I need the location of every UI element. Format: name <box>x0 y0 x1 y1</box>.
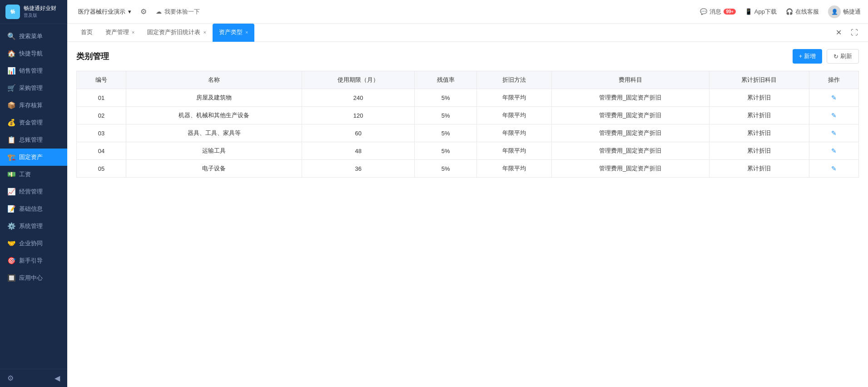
add-button[interactable]: + 新增 <box>793 49 822 64</box>
collapse-icon[interactable]: ◀ <box>55 374 60 382</box>
td-2: 60 <box>302 124 415 142</box>
td-link-5[interactable]: 管理费用_固定资产折旧 <box>551 142 709 160</box>
user-name: 畅捷通 <box>843 8 861 16</box>
nav-icon-guide: 🎯 <box>7 257 15 265</box>
edit-icon[interactable]: ✎ <box>831 165 837 172</box>
app-name: 畅捷通好业财 <box>24 5 56 12</box>
sidebar-item-operations[interactable]: 📈 经营管理 <box>0 183 67 200</box>
tab-close-asset-type[interactable]: × <box>245 30 248 35</box>
tab-close-depreciation-stats[interactable]: × <box>203 30 206 35</box>
nav-label-payroll: 工资 <box>19 170 31 179</box>
online-support-button[interactable]: 🎧 在线客服 <box>786 8 819 16</box>
edit-button[interactable]: ✎ <box>809 107 858 124</box>
tab-asset-type[interactable]: 资产类型× <box>213 24 254 42</box>
page-header: 类别管理 + 新增 ↻ 刷新 <box>76 49 859 64</box>
topbar-right: 💬 消息 99+ 📱 App下载 🎧 在线客服 👤 畅捷通 <box>700 5 861 18</box>
sidebar: 畅 畅捷通好业财 普及版 🔍 搜索菜单 🏠 快捷导航 📊 销售管理 🛒 采购管理… <box>0 0 67 387</box>
sidebar-item-purchase[interactable]: 🛒 采购管理 <box>0 79 67 97</box>
td-link-5[interactable]: 管理费用_固定资产折旧 <box>551 160 709 178</box>
td-link-6[interactable]: 累计折旧 <box>709 107 809 124</box>
app-download-label: App下载 <box>754 8 777 16</box>
edit-button[interactable]: ✎ <box>809 160 858 178</box>
th-残值率: 残值率 <box>415 71 477 89</box>
nav-icon-purchase: 🛒 <box>7 84 15 92</box>
page-title: 类别管理 <box>76 51 109 62</box>
edit-button[interactable]: ✎ <box>809 124 858 142</box>
td-link-5[interactable]: 管理费用_固定资产折旧 <box>551 89 709 107</box>
app-version: 普及版 <box>24 12 56 19</box>
edit-icon[interactable]: ✎ <box>831 129 837 137</box>
nav-icon-capital: 💰 <box>7 119 15 127</box>
nav-icon-ledger: 📋 <box>7 136 15 144</box>
td-link-6[interactable]: 累计折旧 <box>709 124 809 142</box>
td-2: 120 <box>302 107 415 124</box>
nav-icon-quick-nav: 🏠 <box>7 50 15 58</box>
chevron-down-icon: ▾ <box>128 8 131 15</box>
content-area: 类别管理 + 新增 ↻ 刷新 编号名称使用期限（月）残值率折旧方法费用科目累计折… <box>67 42 868 387</box>
td-link-1[interactable]: 机器、机械和其他生产设备 <box>126 107 302 124</box>
sidebar-item-app-center[interactable]: 🔲 应用中心 <box>0 269 67 287</box>
edit-icon[interactable]: ✎ <box>831 112 837 119</box>
td-link-1[interactable]: 运输工具 <box>126 142 302 160</box>
nav-label-purchase: 采购管理 <box>19 84 43 92</box>
sidebar-item-search[interactable]: 🔍 搜索菜单 <box>0 28 67 45</box>
sidebar-item-guide[interactable]: 🎯 新手引导 <box>0 252 67 269</box>
settings-icon[interactable]: ⚙ <box>7 374 14 382</box>
sidebar-item-basic-info[interactable]: 📝 基础信息 <box>0 200 67 218</box>
notification-button[interactable]: 💬 消息 99+ <box>700 8 735 16</box>
nav-icon-enterprise: 🤝 <box>7 239 15 248</box>
td-link-1[interactable]: 房屋及建筑物 <box>126 89 302 107</box>
nav-label-quick-nav: 快捷导航 <box>19 50 43 58</box>
table-row: 04运输工具485%年限平均管理费用_固定资产折旧累计折旧✎ <box>77 142 859 160</box>
refresh-button[interactable]: ↻ 刷新 <box>827 49 859 64</box>
td-link-1[interactable]: 器具、工具、家具等 <box>126 124 302 142</box>
td-0: 01 <box>77 89 126 107</box>
sidebar-item-payroll[interactable]: 💵 工资 <box>0 166 67 183</box>
td-link-6[interactable]: 累计折旧 <box>709 160 809 178</box>
refresh-label: 刷新 <box>840 52 852 60</box>
experience-label: 我要体验一下 <box>164 8 200 16</box>
experience-button[interactable]: ☁ 我要体验一下 <box>152 6 203 18</box>
th-使用期限（月）: 使用期限（月） <box>302 71 415 89</box>
close-tab-button[interactable]: ✕ <box>833 27 844 38</box>
sidebar-item-enterprise[interactable]: 🤝 企业协同 <box>0 235 67 252</box>
sidebar-item-quick-nav[interactable]: 🏠 快捷导航 <box>0 45 67 62</box>
tab-depreciation-stats[interactable]: 固定资产折旧统计表× <box>141 24 212 42</box>
td-3: 5% <box>415 142 477 160</box>
app-download-button[interactable]: 📱 App下载 <box>745 8 777 16</box>
th-折旧方法: 折旧方法 <box>477 71 552 89</box>
td-4: 年限平均 <box>477 124 552 142</box>
sidebar-item-sales[interactable]: 📊 销售管理 <box>0 62 67 79</box>
nav-icon-operations: 📈 <box>7 188 15 196</box>
tab-close-asset-mgmt[interactable]: × <box>132 30 134 35</box>
expand-tab-button[interactable]: ⛶ <box>848 28 861 38</box>
edit-button[interactable]: ✎ <box>809 142 858 160</box>
td-link-6[interactable]: 累计折旧 <box>709 89 809 107</box>
sidebar-item-inventory[interactable]: 📦 库存核算 <box>0 97 67 114</box>
user-menu[interactable]: 👤 畅捷通 <box>828 5 861 18</box>
edit-button[interactable]: ✎ <box>809 89 858 107</box>
notification-icon: 💬 <box>700 8 707 15</box>
edit-icon[interactable]: ✎ <box>831 147 837 154</box>
tabs-controls: ✕ ⛶ <box>833 27 861 38</box>
topbar-left: 医疗器械行业演示 ▾ ⚙ ☁ 我要体验一下 <box>74 5 693 18</box>
avatar: 👤 <box>828 5 841 18</box>
settings-gear-icon[interactable]: ⚙ <box>139 5 149 18</box>
td-link-5[interactable]: 管理费用_固定资产折旧 <box>551 107 709 124</box>
sidebar-item-fixed-assets[interactable]: 🏗️ 固定资产 <box>0 149 67 166</box>
sidebar-item-system[interactable]: ⚙️ 系统管理 <box>0 218 67 235</box>
td-link-1[interactable]: 电子设备 <box>126 160 302 178</box>
tab-home[interactable]: 首页 <box>74 24 99 42</box>
nav-label-ledger: 总账管理 <box>19 136 43 144</box>
edit-icon[interactable]: ✎ <box>831 94 837 101</box>
tab-label-home: 首页 <box>81 28 93 36</box>
td-link-6[interactable]: 累计折旧 <box>709 142 809 160</box>
nav-icon-fixed-assets: 🏗️ <box>7 153 15 161</box>
tab-label-asset-type: 资产类型 <box>219 28 243 36</box>
workspace-selector[interactable]: 医疗器械行业演示 ▾ <box>74 6 135 18</box>
sidebar-item-ledger[interactable]: 📋 总账管理 <box>0 131 67 149</box>
tab-asset-mgmt[interactable]: 资产管理× <box>99 24 141 42</box>
td-link-5[interactable]: 管理费用_固定资产折旧 <box>551 124 709 142</box>
sidebar-item-capital[interactable]: 💰 资金管理 <box>0 114 67 131</box>
nav-label-guide: 新手引导 <box>19 257 43 265</box>
